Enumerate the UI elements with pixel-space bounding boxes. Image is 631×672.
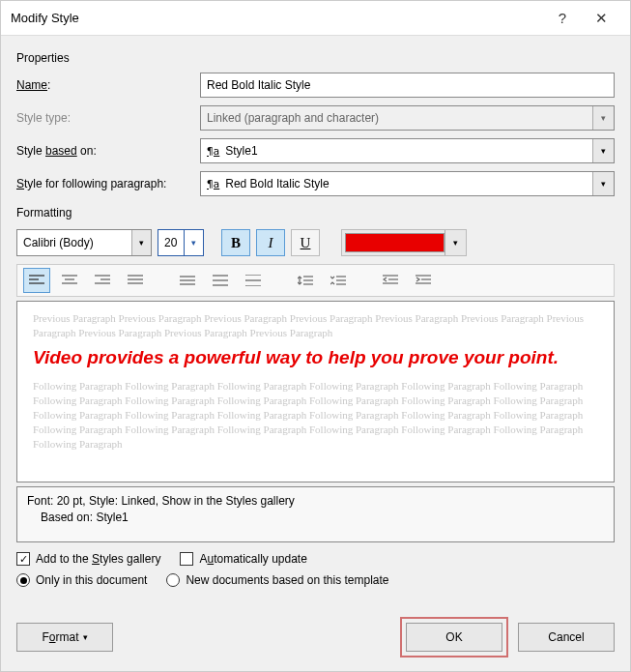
style-type-combo: Linked (paragraph and character) ▾ [200, 105, 615, 131]
bold-button[interactable]: B [221, 229, 250, 256]
new-documents-label: New documents based on this template [186, 573, 388, 587]
radio-checked-icon [16, 573, 30, 587]
based-on-value: Style1 [225, 144, 257, 158]
color-swatch [345, 233, 445, 252]
chevron-down-icon[interactable]: ▾ [131, 230, 151, 255]
chevron-down-icon[interactable]: ▾ [592, 139, 614, 162]
align-justify-button[interactable] [122, 268, 149, 293]
new-documents-radio[interactable]: New documents based on this template [166, 573, 388, 587]
close-button[interactable]: ✕ [582, 1, 620, 36]
line-spacing-15-button[interactable] [207, 268, 234, 293]
font-size-value: 20 [164, 236, 177, 249]
format-button[interactable]: Format▾ [16, 623, 113, 652]
only-this-document-radio[interactable]: Only in this document [16, 573, 147, 587]
modify-style-dialog: Modify Style ? ✕ Properties Name: Style … [0, 0, 631, 672]
based-on-combo[interactable]: ¶a Style1 ▾ [200, 138, 615, 163]
cancel-button[interactable]: Cancel [518, 623, 615, 652]
space-before-increase-button[interactable] [292, 268, 319, 293]
only-this-document-label: Only in this document [36, 573, 147, 587]
following-para-value: Red Bold Italic Style [225, 177, 329, 190]
preview-previous-paragraph: Previous Paragraph Previous Paragraph Pr… [33, 311, 598, 340]
dialog-footer: Format▾ OK Cancel [16, 605, 615, 657]
preview-sample-text: Video provides a powerful way to help yo… [33, 346, 598, 370]
underline-button[interactable]: U [291, 229, 320, 256]
preview-pane: Previous Paragraph Previous Paragraph Pr… [16, 301, 615, 482]
name-input[interactable] [200, 73, 615, 98]
chevron-down-icon[interactable]: ▾ [445, 230, 466, 255]
space-before-decrease-button[interactable] [325, 268, 352, 293]
style-type-value: Linked (paragraph and character) [207, 111, 379, 125]
radio-unchecked-icon [166, 573, 180, 587]
font-size-combo[interactable]: 20 ▾ [158, 229, 204, 256]
line-spacing-1-button[interactable] [174, 268, 201, 293]
checkbox-unchecked-icon [180, 552, 193, 566]
add-to-gallery-label: Add to the Styles gallery [36, 552, 160, 566]
properties-section-label: Properties [16, 51, 615, 65]
chevron-down-icon: ▾ [592, 106, 614, 130]
chevron-down-icon[interactable]: ▾ [592, 172, 614, 195]
description-line-1: Font: 20 pt, Style: Linked, Show in the … [27, 493, 604, 510]
line-spacing-2-button[interactable] [240, 268, 267, 293]
increase-indent-button[interactable] [410, 268, 437, 293]
preview-following-paragraph: Following Paragraph Following Paragraph … [33, 379, 598, 451]
font-name-combo[interactable]: Calibri (Body) ▾ [16, 229, 152, 256]
dialog-content: Properties Name: Style type: Linked (par… [1, 36, 630, 671]
checkbox-checked-icon: ✓ [16, 552, 30, 566]
auto-update-label: Automatically update [199, 552, 306, 566]
following-paragraph-combo[interactable]: ¶a Red Bold Italic Style ▾ [200, 171, 615, 196]
italic-button[interactable]: I [256, 229, 285, 256]
align-center-button[interactable] [56, 268, 83, 293]
options-area: ✓ Add to the Styles gallery Automaticall… [16, 552, 615, 587]
formatting-toolbar-2 [16, 264, 615, 297]
align-left-button[interactable] [23, 268, 50, 293]
decrease-indent-button[interactable] [377, 268, 404, 293]
paragraph-mark-icon: ¶a [207, 145, 219, 158]
style-description: Font: 20 pt, Style: Linked, Show in the … [16, 486, 615, 542]
ok-button[interactable]: OK [406, 623, 502, 652]
help-button[interactable]: ? [543, 1, 582, 36]
auto-update-checkbox[interactable]: Automatically update [180, 552, 306, 566]
description-line-2: Based on: Style1 [27, 510, 604, 526]
name-label: Name: [16, 78, 200, 92]
titlebar: Modify Style ? ✕ [1, 1, 630, 36]
chevron-down-icon[interactable]: ▾ [184, 230, 203, 255]
align-right-button[interactable] [89, 268, 116, 293]
font-name-value: Calibri (Body) [23, 236, 94, 249]
following-para-label: Style for following paragraph: [16, 177, 200, 190]
add-to-gallery-checkbox[interactable]: ✓ Add to the Styles gallery [16, 552, 160, 566]
ok-highlight: OK [400, 617, 508, 657]
formatting-section-label: Formatting [16, 206, 615, 219]
formatting-toolbar-1: Calibri (Body) ▾ 20 ▾ B I U ▾ [16, 229, 615, 256]
paragraph-mark-icon: ¶a [207, 178, 219, 190]
dialog-title: Modify Style [11, 11, 543, 25]
based-on-label: Style based on: [16, 144, 200, 158]
style-type-label: Style type: [16, 111, 200, 125]
font-color-button[interactable]: ▾ [341, 229, 467, 256]
